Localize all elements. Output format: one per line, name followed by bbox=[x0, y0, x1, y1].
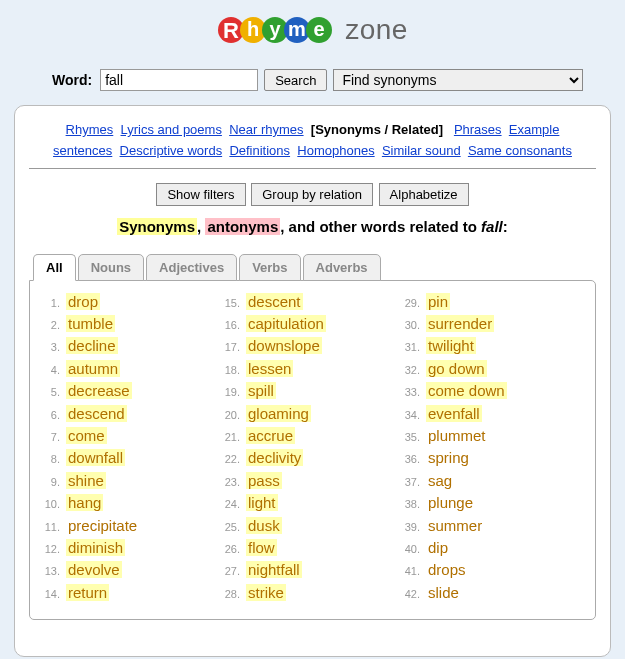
item-number: 13. bbox=[40, 565, 66, 577]
item-number: 17. bbox=[220, 341, 246, 353]
nav-link-phrases[interactable]: Phrases bbox=[454, 122, 502, 137]
result-word[interactable]: shine bbox=[66, 472, 106, 489]
nav-link-descriptive-words[interactable]: Descriptive words bbox=[120, 143, 223, 158]
result-word[interactable]: strike bbox=[246, 584, 286, 601]
result-word[interactable]: pin bbox=[426, 293, 450, 310]
search-label: Word: bbox=[52, 72, 92, 88]
headline-synonyms: Synonyms bbox=[117, 218, 197, 235]
result-word[interactable]: tumble bbox=[66, 315, 115, 332]
result-word[interactable]: lessen bbox=[246, 360, 293, 377]
result-word[interactable]: spill bbox=[246, 382, 276, 399]
result-word[interactable]: capitulation bbox=[246, 315, 326, 332]
group-by-relation-button[interactable]: Group by relation bbox=[251, 183, 373, 206]
result-word[interactable]: autumn bbox=[66, 360, 120, 377]
result-word[interactable]: devolve bbox=[66, 561, 122, 578]
rhyme-logo-icon: R h y m e bbox=[217, 8, 337, 52]
item-number: 22. bbox=[220, 453, 246, 465]
tab-verbs[interactable]: Verbs bbox=[239, 254, 300, 281]
list-item: 12.diminish bbox=[40, 539, 220, 561]
item-number: 3. bbox=[40, 341, 66, 353]
svg-text:R: R bbox=[223, 18, 239, 43]
result-word[interactable]: sag bbox=[426, 472, 454, 489]
tab-adjectives[interactable]: Adjectives bbox=[146, 254, 237, 281]
list-item: 35.plummet bbox=[400, 427, 580, 449]
item-number: 4. bbox=[40, 364, 66, 376]
result-word[interactable]: pass bbox=[246, 472, 282, 489]
headline-word: fall bbox=[481, 218, 503, 235]
result-word[interactable]: dusk bbox=[246, 517, 282, 534]
nav-link-lyrics-and-poems[interactable]: Lyrics and poems bbox=[121, 122, 222, 137]
result-word[interactable]: summer bbox=[426, 517, 484, 534]
result-word[interactable]: downfall bbox=[66, 449, 125, 466]
results-headline: Synonyms, antonyms, and other words rela… bbox=[29, 218, 596, 235]
item-number: 41. bbox=[400, 565, 426, 577]
list-item: 38.plunge bbox=[400, 494, 580, 516]
tab-nouns[interactable]: Nouns bbox=[78, 254, 144, 281]
result-word[interactable]: come bbox=[66, 427, 107, 444]
result-word[interactable]: come down bbox=[426, 382, 507, 399]
result-word[interactable]: plunge bbox=[426, 494, 475, 511]
alphabetize-button[interactable]: Alphabetize bbox=[379, 183, 469, 206]
result-word[interactable]: precipitate bbox=[66, 517, 139, 534]
result-word[interactable]: decline bbox=[66, 337, 118, 354]
result-word[interactable]: evenfall bbox=[426, 405, 482, 422]
list-item: 28.strike bbox=[220, 584, 400, 606]
result-word[interactable]: flow bbox=[246, 539, 277, 556]
result-word[interactable]: slide bbox=[426, 584, 461, 601]
item-number: 25. bbox=[220, 521, 246, 533]
tab-adverbs[interactable]: Adverbs bbox=[303, 254, 381, 281]
list-item: 40.dip bbox=[400, 539, 580, 561]
tab-all[interactable]: All bbox=[33, 254, 76, 281]
result-word[interactable]: dip bbox=[426, 539, 450, 556]
search-button[interactable]: Search bbox=[264, 69, 327, 91]
logo[interactable]: R h y m e zone bbox=[217, 8, 408, 52]
search-input[interactable] bbox=[100, 69, 258, 91]
svg-text:m: m bbox=[288, 18, 306, 40]
result-word[interactable]: go down bbox=[426, 360, 487, 377]
nav-link-similar-sound[interactable]: Similar sound bbox=[382, 143, 461, 158]
result-word[interactable]: surrender bbox=[426, 315, 494, 332]
item-number: 10. bbox=[40, 498, 66, 510]
result-word[interactable]: accrue bbox=[246, 427, 295, 444]
result-word[interactable]: decrease bbox=[66, 382, 132, 399]
item-number: 24. bbox=[220, 498, 246, 510]
result-word[interactable]: gloaming bbox=[246, 405, 311, 422]
item-number: 5. bbox=[40, 386, 66, 398]
item-number: 12. bbox=[40, 543, 66, 555]
list-item: 11.precipitate bbox=[40, 517, 220, 539]
result-word[interactable]: twilight bbox=[426, 337, 476, 354]
nav-link-rhymes[interactable]: Rhymes bbox=[66, 122, 114, 137]
result-word[interactable]: descend bbox=[66, 405, 127, 422]
result-word[interactable]: descent bbox=[246, 293, 303, 310]
result-word[interactable]: return bbox=[66, 584, 109, 601]
nav-link-definitions[interactable]: Definitions bbox=[229, 143, 290, 158]
list-item: 32.go down bbox=[400, 360, 580, 382]
nav-current: [Synonyms / Related] bbox=[311, 122, 443, 137]
nav-link-homophones[interactable]: Homophones bbox=[297, 143, 374, 158]
item-number: 26. bbox=[220, 543, 246, 555]
result-word[interactable]: plummet bbox=[426, 427, 488, 444]
result-word[interactable]: drop bbox=[66, 293, 100, 310]
list-item: 34.evenfall bbox=[400, 405, 580, 427]
result-word[interactable]: spring bbox=[426, 449, 471, 466]
item-number: 37. bbox=[400, 476, 426, 488]
list-item: 3.decline bbox=[40, 337, 220, 359]
item-number: 39. bbox=[400, 521, 426, 533]
result-word[interactable]: diminish bbox=[66, 539, 125, 556]
result-word[interactable]: declivity bbox=[246, 449, 303, 466]
list-item: 29.pin bbox=[400, 293, 580, 315]
result-word[interactable]: light bbox=[246, 494, 278, 511]
nav-link-same-consonants[interactable]: Same consonants bbox=[468, 143, 572, 158]
list-item: 21.accrue bbox=[220, 427, 400, 449]
result-word[interactable]: downslope bbox=[246, 337, 322, 354]
mode-select[interactable]: Find synonyms bbox=[333, 69, 583, 91]
item-number: 40. bbox=[400, 543, 426, 555]
site-header: R h y m e zone bbox=[0, 0, 625, 69]
headline-antonyms: antonyms bbox=[205, 218, 280, 235]
result-word[interactable]: nightfall bbox=[246, 561, 302, 578]
show-filters-button[interactable]: Show filters bbox=[156, 183, 245, 206]
logo-suffix: zone bbox=[345, 14, 408, 46]
result-word[interactable]: hang bbox=[66, 494, 103, 511]
nav-link-near-rhymes[interactable]: Near rhymes bbox=[229, 122, 303, 137]
result-word[interactable]: drops bbox=[426, 561, 468, 578]
